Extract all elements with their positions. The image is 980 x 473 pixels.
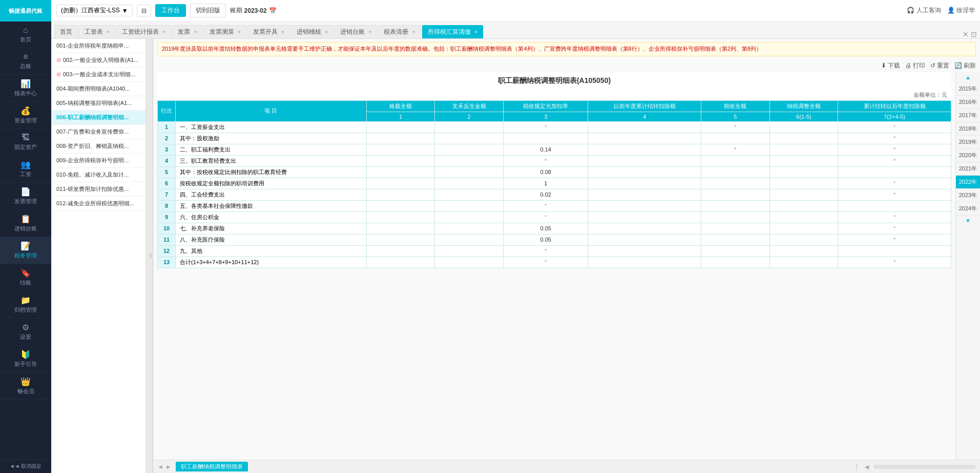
- row-cell-d[interactable]: [435, 223, 504, 234]
- bottom-right-arrow[interactable]: ►: [165, 463, 172, 470]
- sidebar-unpin[interactable]: ◄◄ 取消固定: [0, 459, 51, 473]
- tab-invoice-calc-close[interactable]: ×: [238, 29, 241, 35]
- row-cell-f[interactable]: [588, 155, 701, 166]
- row-cell-f[interactable]: [588, 223, 701, 234]
- user-service-btn[interactable]: 🎧 人工客询: [907, 6, 941, 15]
- file-item-007[interactable]: 007-广告费和业务宣传费弥...: [51, 125, 145, 139]
- company-selector[interactable]: (勿删）江西睿宝-LSS ▼: [56, 5, 133, 16]
- user-avatar[interactable]: 👤 徐淫华: [947, 6, 975, 15]
- row-item[interactable]: 八、补充医疗保险: [176, 234, 367, 245]
- year-2023[interactable]: 2023年: [956, 189, 980, 202]
- sidebar-item-member[interactable]: 👑 畅会员: [0, 373, 51, 400]
- sheet-menu-icon[interactable]: ⋮: [853, 463, 860, 471]
- row-cell-d[interactable]: [435, 200, 504, 211]
- row-cell-i[interactable]: *: [838, 144, 951, 155]
- sheet-tab[interactable]: 职工薪酬纳税调整明细表: [176, 462, 248, 471]
- file-item-009[interactable]: 009-企业所得税弥补亏损明...: [51, 154, 145, 168]
- row-cell-c[interactable]: [366, 211, 435, 223]
- row-cell-e[interactable]: *: [503, 155, 588, 166]
- sidebar-item-ledger[interactable]: 📋 进销台账: [0, 210, 51, 237]
- file-item-011[interactable]: 011-研发费用加计扣除优惠...: [51, 182, 145, 197]
- tab-payroll-stat-close[interactable]: ×: [163, 29, 166, 35]
- tab-invoice[interactable]: 发票 ×: [172, 25, 202, 38]
- row-cell-i[interactable]: *: [838, 178, 951, 189]
- sidebar-item-settings[interactable]: ⚙ 设置: [0, 318, 51, 346]
- row-cell-f[interactable]: [588, 256, 701, 268]
- row-cell-e[interactable]: *: [503, 200, 588, 211]
- row-cell-e[interactable]: 0.08: [503, 166, 588, 178]
- file-item-006[interactable]: 006-职工薪酬纳税调整明细...: [51, 111, 145, 125]
- row-cell-c[interactable]: [366, 189, 435, 200]
- row-cell-c[interactable]: [366, 166, 435, 178]
- bottom-left-arrow[interactable]: ◄: [157, 463, 163, 470]
- row-cell-e[interactable]: *: [503, 211, 588, 223]
- row-cell-e[interactable]: 0.05: [503, 234, 588, 245]
- refresh-btn[interactable]: 🔄 刷新: [954, 61, 976, 70]
- row-cell-f[interactable]: [588, 133, 701, 144]
- sidebar-item-invoice[interactable]: 📄 发票管理: [0, 183, 51, 210]
- row-cell-f[interactable]: [588, 211, 701, 223]
- row-cell-f[interactable]: [588, 121, 701, 133]
- year-down-btn[interactable]: ▼: [956, 216, 980, 226]
- year-2019[interactable]: 2019年: [956, 136, 980, 149]
- year-up-btn[interactable]: ▲: [956, 72, 980, 82]
- sidebar-item-fixed-assets[interactable]: 🏗 固定资产: [0, 129, 51, 156]
- row-cell-e[interactable]: *: [503, 121, 588, 133]
- tab-invoice-open-close[interactable]: ×: [281, 29, 284, 35]
- company-dropdown-icon[interactable]: ▼: [122, 7, 128, 14]
- row-cell-h[interactable]: [769, 166, 838, 178]
- row-cell-e[interactable]: 0.14: [503, 144, 588, 155]
- row-cell-g[interactable]: [701, 155, 769, 166]
- row-item[interactable]: 一、工资薪金支出: [176, 121, 367, 133]
- row-cell-d[interactable]: [435, 245, 504, 256]
- file-item-010[interactable]: 010-免税、减计收入及加计...: [51, 168, 145, 182]
- sidebar-item-archive[interactable]: 📁 归档管理: [0, 291, 51, 318]
- row-item[interactable]: 按税收规定全额扣除的职培训费用: [176, 178, 367, 189]
- sidebar-item-reports[interactable]: 📊 报表中心: [0, 75, 51, 102]
- year-2017[interactable]: 2017年: [956, 109, 980, 122]
- row-cell-g[interactable]: [701, 133, 769, 144]
- row-cell-h[interactable]: [769, 200, 838, 211]
- row-cell-h[interactable]: [769, 144, 838, 155]
- tab-income-tax[interactable]: 所得税汇算清缴 ×: [422, 25, 483, 38]
- row-cell-h[interactable]: [769, 189, 838, 200]
- row-cell-h[interactable]: [769, 223, 838, 234]
- row-cell-g[interactable]: [701, 223, 769, 234]
- file-item-004[interactable]: 004-期间费用明细表(A1040...: [51, 82, 145, 96]
- row-cell-d[interactable]: [435, 133, 504, 144]
- row-cell-g[interactable]: [701, 245, 769, 256]
- row-cell-f[interactable]: [588, 166, 701, 178]
- row-cell-e[interactable]: 0.02: [503, 189, 588, 200]
- row-cell-d[interactable]: [435, 211, 504, 223]
- row-cell-i[interactable]: *: [838, 189, 951, 200]
- tab-in-verify-close[interactable]: ×: [325, 29, 328, 35]
- tab-invoice-close[interactable]: ×: [194, 29, 197, 35]
- row-cell-i[interactable]: *: [838, 133, 951, 144]
- sidebar-item-tax[interactable]: 📝 税务管理: [0, 237, 51, 264]
- row-cell-f[interactable]: [588, 189, 701, 200]
- tab-tax-clear[interactable]: 税表清册 ×: [378, 25, 421, 38]
- tab-close-all-btn[interactable]: ✕: [963, 30, 969, 38]
- switch-old-btn[interactable]: 切到旧版: [190, 4, 226, 17]
- sidebar-item-newbie[interactable]: 🔰 新手引导: [0, 346, 51, 373]
- row-cell-c[interactable]: [366, 155, 435, 166]
- row-cell-h[interactable]: [769, 245, 838, 256]
- row-cell-e[interactable]: 1: [503, 178, 588, 189]
- sidebar-item-home[interactable]: ⌂ 首页: [0, 22, 51, 48]
- row-cell-f[interactable]: [588, 144, 701, 155]
- row-item[interactable]: 合计(1+3+4+7+8+9+10+11+12): [176, 256, 367, 268]
- row-cell-c[interactable]: [366, 223, 435, 234]
- tab-expand-btn[interactable]: ⊡: [971, 30, 977, 38]
- file-item-002[interactable]: ⊘ 002-一般企业收入明细表(A1...: [51, 53, 145, 68]
- row-item[interactable]: 其中：股权激励: [176, 133, 367, 144]
- file-item-003[interactable]: ⊘ 003-一般企业成本支出明细...: [51, 68, 145, 82]
- reset-btn[interactable]: ↺ 重置: [930, 61, 949, 70]
- row-item[interactable]: 二、职工福利费支出: [176, 144, 367, 155]
- scroll-right-icon[interactable]: ◄: [863, 463, 870, 471]
- sidebar-item-payroll[interactable]: 👥 工资: [0, 156, 51, 183]
- row-cell-g[interactable]: [701, 256, 769, 268]
- year-2020[interactable]: 2020年: [956, 149, 980, 162]
- tab-payroll-stat[interactable]: 工资统计报表 ×: [116, 25, 171, 38]
- tab-in-ledger[interactable]: 进销台账 ×: [335, 25, 377, 38]
- row-cell-e[interactable]: *: [503, 256, 588, 268]
